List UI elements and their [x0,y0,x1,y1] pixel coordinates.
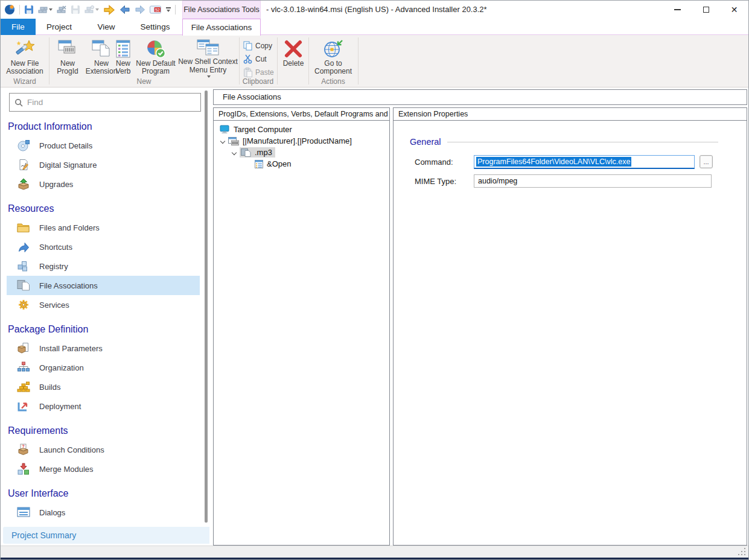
clipboard-icon [243,68,252,77]
tree-item-mp3[interactable]: .mp3 [214,147,389,158]
mime-type-label: MIME Type: [415,177,456,186]
customize-toolbar-icon[interactable] [166,2,171,17]
new-verb-button[interactable]: New Verb [112,38,135,78]
copy-button[interactable]: Copy [243,40,276,52]
sidebar-item-file-associations[interactable]: File Associations [7,276,200,295]
tree-item-progid[interactable]: [|Manufacturer].[|ProductName] [214,135,389,147]
sidebar-item-deployment[interactable]: Deployment [7,396,200,416]
sidebar-item-dialogs[interactable]: Dialogs [7,503,200,522]
tab-settings[interactable]: Settings [130,19,180,35]
search-icon [14,98,23,107]
command-input[interactable]: ProgramFiles64Folder\VideoLAN\VLC\vlc.ex… [474,155,695,169]
forward-icon[interactable] [135,2,145,17]
find-box[interactable] [9,93,201,112]
go-to-component-button[interactable]: Go to Component [310,38,356,78]
sidebar-item-launch-conditions[interactable]: ? Launch Conditions [7,440,200,459]
tree-item-target-computer[interactable]: Target Computer [214,124,389,135]
run-in-vm-icon[interactable]: 52 [150,2,162,17]
close-button[interactable]: ✕ [720,1,748,19]
org-chart-icon [16,361,31,374]
selected-tree-node[interactable]: .mp3 [240,147,275,158]
sidebar-item-digital-signature[interactable]: Digital Signature [7,155,200,174]
delete-button[interactable]: Delete [279,38,307,78]
find-input[interactable] [27,98,196,107]
sidebar-item-files-and-folders[interactable]: Files and Folders [7,218,200,237]
advanced-installer-logo-icon[interactable] [4,2,15,17]
browse-button[interactable]: ... [700,155,713,168]
build-icon[interactable] [38,2,53,17]
selected-text: ProgramFiles64Folder\VideoLAN\VLC\vlc.ex… [476,157,631,167]
properties-header: Extension Properties [394,108,747,121]
build-options-caret-icon[interactable] [95,8,99,11]
back-icon[interactable] [120,2,130,17]
sidebar-item-product-details[interactable]: Product Details [7,136,200,155]
sidebar-item-organization[interactable]: Organization [7,358,200,377]
run-icon[interactable] [103,2,115,17]
new-file-association-button[interactable]: New File Association [2,38,48,78]
paste-button[interactable]: Paste [243,66,276,78]
button-label: Copy [255,42,272,50]
button-label: Go to Component [310,60,356,76]
tab-file[interactable]: File [1,19,36,35]
deployment-icon [16,400,31,412]
copy-icon [243,41,252,51]
project-summary-link[interactable]: Project Summary [3,527,209,544]
tree-column-header[interactable]: ProgIDs, Extensions, Verbs, Default Prog… [214,108,389,121]
tab-file-associations[interactable]: File Associations [182,19,261,36]
resize-grip[interactable] [739,549,745,555]
new-default-program-button[interactable]: New Default Program [133,38,178,78]
extension-properties-panel: Extension Properties General Command: Pr… [393,107,747,546]
page-title: File Associations [213,89,747,105]
tree-item-open-verb[interactable]: &Open [214,158,389,170]
shortcut-arrow-icon [16,241,31,253]
chevron-down-icon[interactable] [232,150,237,154]
merge-modules-icon [16,463,31,475]
sidebar-item-upgrades[interactable]: Upgrades [7,174,200,194]
bricks-icon [16,381,31,393]
new-progid-button[interactable]: New ProgId [53,38,83,78]
navigation-sidebar: Product Information Product Details Digi… [1,88,209,546]
tab-view[interactable]: View [83,19,130,35]
tree-item-label: [|Manufacturer].[|ProductName] [243,136,352,145]
tab-project[interactable]: Project [36,19,83,35]
maximize-button[interactable] [692,1,720,19]
build-options-icon[interactable] [84,2,99,17]
section-heading-user-interface: User Interface [8,486,209,501]
sidebar-item-install-parameters[interactable]: Install Parameters [7,339,200,358]
rebuild-icon[interactable] [57,2,66,17]
sidebar-item-label: Install Parameters [39,344,103,353]
build-dropdown-caret-icon[interactable] [49,8,53,11]
delete-x-icon [283,38,304,60]
section-heading-package-definition: Package Definition [8,322,209,337]
group-label-clipboard: Clipboard [239,77,277,86]
minimize-button[interactable] [663,1,692,19]
button-label: New File Association [2,60,48,76]
sidebar-item-merge-modules[interactable]: Merge Modules [7,459,200,479]
button-label: Delete [283,60,304,68]
button-label: New ProgId [53,60,83,76]
chevron-down-icon[interactable] [220,138,225,143]
sidebar-item-services[interactable]: Services [7,295,200,314]
button-label: New Shell Context Menu Entry [178,58,238,74]
command-label: Command: [415,158,453,167]
window-bottom-edge [1,558,748,560]
save-all-icon[interactable] [71,2,80,17]
group-label-actions: Actions [308,77,358,86]
sidebar-item-label: File Associations [39,281,98,290]
mime-type-input[interactable]: audio/mpeg [474,174,712,188]
tree-item-label: Target Computer [234,125,292,134]
sidebar-scrollbar[interactable] [205,91,208,523]
sidebar-item-shortcuts[interactable]: Shortcuts [7,237,200,256]
sidebar-item-registry[interactable]: Registry [7,256,200,276]
mime-value: audio/mpeg [478,177,517,185]
general-section-heading: General [410,137,718,147]
group-label-wizard: Wizard [1,77,49,86]
group-label-new: New [49,77,239,86]
cut-button[interactable]: Cut [243,53,276,65]
new-shell-context-menu-button[interactable]: New Shell Context Menu Entry [178,38,238,78]
save-icon[interactable] [24,2,34,17]
toolbar-separator [19,5,20,14]
install-parameters-icon [16,342,31,354]
sidebar-item-builds[interactable]: Builds [7,377,200,396]
verb-list-icon [116,38,130,60]
